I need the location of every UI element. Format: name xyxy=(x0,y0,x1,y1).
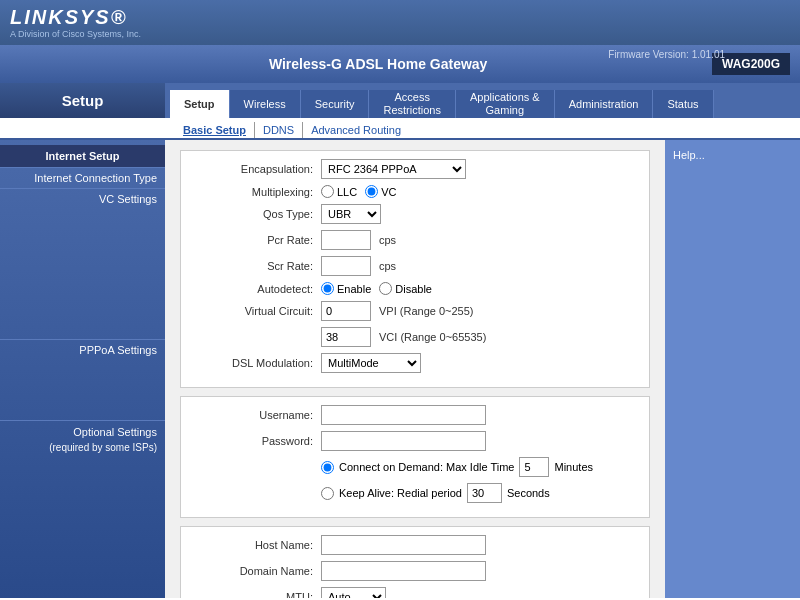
pcr-input[interactable] xyxy=(321,230,371,250)
page-title: Setup xyxy=(62,92,104,109)
help-panel: Help... xyxy=(665,140,800,598)
vc-radio-label[interactable]: VC xyxy=(365,185,396,198)
logo-linksys: LINKSYS® xyxy=(10,6,141,29)
nav-bar: Firmware Version: 1.01.01 Wireless-G ADS… xyxy=(0,45,800,83)
redial-period-input[interactable] xyxy=(467,483,502,503)
autodetect-enable-radio[interactable] xyxy=(321,282,334,295)
scr-rate-row: Scr Rate: cps xyxy=(193,256,637,276)
sub-tab-ddns[interactable]: DDNS xyxy=(255,122,303,138)
llc-radio[interactable] xyxy=(321,185,334,198)
qos-row: Qos Type: UBR CBR VBR xyxy=(193,204,637,224)
encapsulation-row: Encapsulation: RFC 2364 PPPoA RFC 1483 B… xyxy=(193,159,637,179)
host-name-input[interactable] xyxy=(321,535,486,555)
connect-demand-row: Connect on Demand: Max Idle Time Minutes xyxy=(193,457,637,477)
autodetect-disable-radio[interactable] xyxy=(379,282,392,295)
vpi-row: Virtual Circuit: VPI (Range 0~255) xyxy=(193,301,637,321)
pcr-label: Pcr Rate: xyxy=(193,234,313,246)
keep-alive-row: Keep Alive: Redial period Seconds xyxy=(193,483,637,503)
keep-alive-radio[interactable] xyxy=(321,487,334,500)
vci-row: VCI (Range 0~65535) xyxy=(193,327,637,347)
sidebar: Internet Setup Internet Connection Type … xyxy=(0,140,165,598)
encapsulation-label: Encapsulation: xyxy=(193,163,313,175)
sidebar-item-internet-connection-type[interactable]: Internet Connection Type xyxy=(0,167,165,188)
vci-range: VCI (Range 0~65535) xyxy=(379,331,486,343)
username-label: Username: xyxy=(193,409,313,421)
virtual-circuit-label: Virtual Circuit: xyxy=(193,305,313,317)
encapsulation-select[interactable]: RFC 2364 PPPoA RFC 1483 Bridged RFC 1483… xyxy=(321,159,466,179)
password-label: Password: xyxy=(193,435,313,447)
sidebar-item-pppoa-settings[interactable]: PPPoA Settings xyxy=(0,339,165,360)
firmware-version: Firmware Version: 1.01.01 xyxy=(608,49,725,60)
pppoa-settings-section: Username: Password: Connect on Demand: M… xyxy=(180,396,650,518)
nav-bar-title: Wireless-G ADSL Home Gateway xyxy=(269,56,488,72)
vc-radio[interactable] xyxy=(365,185,378,198)
multiplexing-row: Multiplexing: LLC VC xyxy=(193,185,637,198)
tab-setup[interactable]: Setup xyxy=(170,90,230,118)
enable-radio-label[interactable]: Enable xyxy=(321,282,371,295)
sidebar-section-internet-setup: Internet Setup xyxy=(0,145,165,167)
llc-radio-label[interactable]: LLC xyxy=(321,185,357,198)
autodetect-row: Autodetect: Enable Disable xyxy=(193,282,637,295)
tab-administration[interactable]: Administration xyxy=(555,90,654,118)
sub-tab-advanced-routing[interactable]: Advanced Routing xyxy=(303,122,409,138)
vpi-range: VPI (Range 0~255) xyxy=(379,305,473,317)
dsl-modulation-row: DSL Modulation: MultiMode ADSL2+ ADSL2 A… xyxy=(193,353,637,373)
qos-select[interactable]: UBR CBR VBR xyxy=(321,204,381,224)
autodetect-radio-group: Enable Disable xyxy=(321,282,432,295)
connect-demand-radio[interactable] xyxy=(321,461,334,474)
sub-nav: Basic Setup DDNS Advanced Routing xyxy=(0,118,800,140)
optional-settings-section: Host Name: Domain Name: MTU: Auto Manual… xyxy=(180,526,650,598)
password-row: Password: xyxy=(193,431,637,451)
top-header: LINKSYS® A Division of Cisco Systems, In… xyxy=(0,0,800,45)
multiplexing-radio-group: LLC VC xyxy=(321,185,396,198)
keep-alive-radio-label[interactable]: Keep Alive: Redial period Seconds xyxy=(321,483,550,503)
mtu-label: MTU: xyxy=(193,591,313,598)
vpi-input[interactable] xyxy=(321,301,371,321)
internet-setup-section: Encapsulation: RFC 2364 PPPoA RFC 1483 B… xyxy=(180,150,650,388)
tab-access-restrictions[interactable]: AccessRestrictions xyxy=(369,90,455,118)
pcr-rate-row: Pcr Rate: cps xyxy=(193,230,637,250)
connect-demand-radio-label[interactable]: Connect on Demand: Max Idle Time Minutes xyxy=(321,457,593,477)
autodetect-label: Autodetect: xyxy=(193,283,313,295)
help-label: Help... xyxy=(673,149,705,161)
username-input[interactable] xyxy=(321,405,486,425)
logo-sub: A Division of Cisco Systems, Inc. xyxy=(10,29,141,39)
tab-wireless[interactable]: Wireless xyxy=(230,90,301,118)
scr-unit: cps xyxy=(379,260,396,272)
mtu-row: MTU: Auto Manual xyxy=(193,587,637,598)
host-name-row: Host Name: xyxy=(193,535,637,555)
mtu-select[interactable]: Auto Manual xyxy=(321,587,386,598)
scr-input[interactable] xyxy=(321,256,371,276)
logo-area: LINKSYS® A Division of Cisco Systems, In… xyxy=(10,6,141,39)
max-idle-time-input[interactable] xyxy=(519,457,549,477)
main-content: Encapsulation: RFC 2364 PPPoA RFC 1483 B… xyxy=(165,140,665,598)
multiplexing-label: Multiplexing: xyxy=(193,186,313,198)
qos-label: Qos Type: xyxy=(193,208,313,220)
host-name-label: Host Name: xyxy=(193,539,313,551)
tab-applications-gaming[interactable]: Applications &Gaming xyxy=(456,90,555,118)
sidebar-item-optional-settings[interactable]: Optional Settings(required by some ISPs) xyxy=(0,420,165,460)
vci-input[interactable] xyxy=(321,327,371,347)
password-input[interactable] xyxy=(321,431,486,451)
disable-radio-label[interactable]: Disable xyxy=(379,282,432,295)
sidebar-item-vc-settings[interactable]: VC Settings xyxy=(0,188,165,209)
domain-name-row: Domain Name: xyxy=(193,561,637,581)
username-row: Username: xyxy=(193,405,637,425)
dsl-select[interactable]: MultiMode ADSL2+ ADSL2 ADSL-G.dmt ADSL-T… xyxy=(321,353,421,373)
tab-status[interactable]: Status xyxy=(653,90,713,118)
scr-label: Scr Rate: xyxy=(193,260,313,272)
pcr-unit: cps xyxy=(379,234,396,246)
sub-tab-basic-setup[interactable]: Basic Setup xyxy=(175,122,255,138)
domain-name-input[interactable] xyxy=(321,561,486,581)
dsl-label: DSL Modulation: xyxy=(193,357,313,369)
domain-name-label: Domain Name: xyxy=(193,565,313,577)
page-body: Internet Setup Internet Connection Type … xyxy=(0,140,800,598)
tab-security[interactable]: Security xyxy=(301,90,370,118)
